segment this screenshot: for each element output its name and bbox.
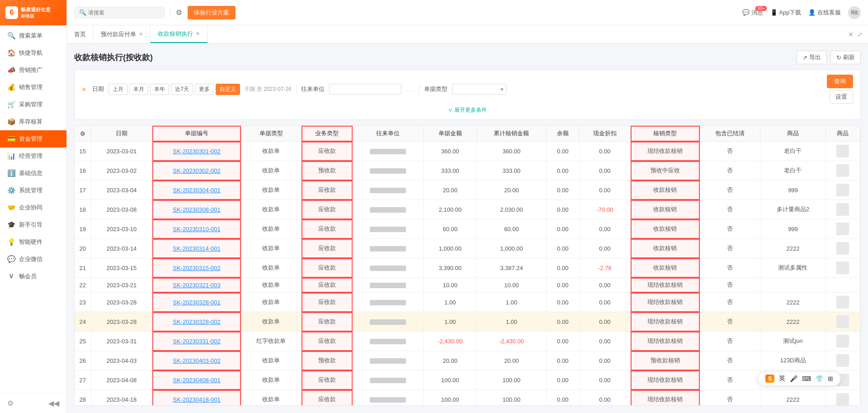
cell-biz-type: 应收款 (302, 142, 353, 161)
cell-cash-discount: 0.00 (579, 332, 630, 351)
doc-no-link[interactable]: SK-20230302-002 (173, 167, 221, 174)
doc-no-link[interactable]: SK-20230304-001 (173, 187, 221, 194)
cell-doc-type: 收款单 (241, 239, 301, 258)
sidebar-item-hardware[interactable]: 💡 智能硬件 (0, 233, 66, 251)
float-bar-mic[interactable]: 🎤 (790, 375, 797, 382)
sidebar-item-operation[interactable]: 📊 经营管理 (0, 147, 66, 165)
filter-last7days[interactable]: 近7天 (171, 84, 193, 95)
collapse-icon[interactable]: ◀◀ (48, 399, 59, 408)
filter-partner-input[interactable] (329, 84, 401, 95)
tab-receipts[interactable]: 收款核销执行 ✕ (151, 25, 208, 43)
doc-no-link[interactable]: SK-20230315-002 (173, 265, 221, 271)
cell-amount: 100.00 (424, 370, 477, 390)
sidebar-item-member[interactable]: V 畅会员 (0, 268, 66, 285)
cell-doc-type: 收款单 (241, 390, 301, 406)
cell-goods: 老白干 (760, 161, 826, 180)
cell-amount: 1,000.00 (424, 239, 477, 258)
filter-divider2 (419, 85, 420, 94)
sidebar-item-basic[interactable]: ℹ️ 基础信息 (0, 165, 66, 182)
table-row: 15 2023-03-01 SK-20230301-002 收款单 应收款 36… (75, 142, 860, 161)
tab-expand-icon[interactable]: ⤢ (857, 31, 863, 38)
filter-this-year[interactable]: 本年 (150, 84, 169, 95)
refresh-button[interactable]: ↻ 刷新 (830, 51, 861, 64)
doc-no-link[interactable]: SK-20230418-001 (173, 396, 221, 403)
doc-no-link[interactable]: SK-20230310-001 (173, 226, 221, 233)
float-bar-shirt[interactable]: 👕 (816, 375, 823, 382)
cell-amount: 360.00 (424, 142, 477, 161)
filter-custom[interactable]: 自定义 (216, 84, 240, 95)
tab-home[interactable]: 首页 (67, 25, 94, 43)
cell-biz-type: 预收款 (302, 161, 353, 180)
tab-receipts-close[interactable]: ✕ (196, 31, 200, 37)
sidebar-item-corp[interactable]: 🤝 企业协同 (0, 199, 66, 216)
settings-icon[interactable]: ⚙ (7, 399, 14, 408)
cell-accum-verif: 2,030.00 (477, 200, 547, 219)
doc-no-link[interactable]: SK-20230321-003 (173, 282, 221, 289)
filter-expand-toggle[interactable]: » (82, 85, 86, 93)
cell-accum-verif: 20.00 (477, 180, 547, 200)
filter-date-range: 不限 至 2023-07-26 (245, 85, 292, 93)
doc-no-link[interactable]: SK-20230328-001 (173, 299, 221, 306)
guide-icon: 🎓 (7, 221, 15, 229)
topbar-search-input[interactable] (88, 9, 160, 16)
doc-no-link[interactable]: SK-20230403-002 (173, 357, 221, 364)
sidebar-item-guide[interactable]: 🎓 新手引导 (0, 216, 66, 233)
doc-no-link[interactable]: SK-20230314-001 (173, 245, 221, 252)
cell-partner (353, 219, 424, 239)
solution-button[interactable]: 体验行业方案 (188, 6, 236, 19)
online-service[interactable]: 👤 在线客服 (808, 9, 841, 17)
tab-prepay[interactable]: 预付款应付单 ✕ (94, 25, 151, 43)
filter-more[interactable]: 更多 (195, 84, 214, 95)
col-gear[interactable]: ⚙ (75, 126, 91, 142)
tab-receipts-label: 收款核销执行 (158, 30, 193, 38)
topbar-gear-icon[interactable]: ⚙ (176, 8, 182, 17)
message-badge[interactable]: 💬 99+ 消息 (742, 9, 763, 17)
sidebar-item-finance[interactable]: 💳 资金管理 (0, 130, 66, 147)
tab-prepay-close[interactable]: ✕ (139, 31, 143, 37)
sidebar-item-purchase[interactable]: 🛒 采购管理 (0, 96, 66, 113)
table-container[interactable]: ⚙ 日期 单据编号 单据类型 业务类型 往来单位 单据金额 累计核销金额 余额 … (75, 126, 860, 405)
cell-verif-type: 现结收款核销 (631, 293, 700, 312)
cell-no: 27 (75, 370, 91, 390)
cell-partner (353, 370, 424, 390)
filter-this-month[interactable]: 本月 (129, 84, 148, 95)
float-bar-keyboard[interactable]: ⌨ (802, 375, 811, 382)
topbar-search-wrap: 🔍 (74, 7, 165, 18)
sidebar-item-sales[interactable]: 💰 销售管理 (0, 79, 66, 96)
filter-doctype-select[interactable] (452, 84, 506, 95)
sidebar-item-shortcut[interactable]: 🏠 快捷导航 (0, 44, 66, 62)
cell-verif-type: 现结收款核销 (631, 278, 700, 293)
doc-no-link[interactable]: SK-20230301-002 (173, 148, 221, 155)
sidebar-item-search[interactable]: 🔍 搜索菜单 (0, 27, 66, 44)
doc-no-link[interactable]: SK-20230308-001 (173, 206, 221, 213)
sidebar-item-inventory[interactable]: 📦 库存核算 (0, 113, 66, 130)
query-button[interactable]: 查询 (827, 75, 853, 88)
filter-last-month[interactable]: 上月 (108, 84, 127, 95)
float-bar-label[interactable]: 英 (779, 375, 785, 383)
cell-doc-no: SK-20230331-002 (152, 332, 241, 351)
topbar: 🔍 ⚙ 体验行业方案 💬 99+ 消息 📱 App下载 👤 在线客服 Rit (67, 0, 868, 25)
tab-prepay-label: 预付款应付单 (101, 30, 136, 38)
doc-no-link[interactable]: SK-20230328-002 (173, 318, 221, 325)
settings-filter-button[interactable]: 设置 (830, 90, 853, 104)
cell-cash-discount: 0.00 (579, 161, 630, 180)
sidebar-item-wechat[interactable]: 💬 企业微信 (0, 251, 66, 268)
cell-cash-discount: 0.00 (579, 278, 630, 293)
expand-more[interactable]: ∨ 展开更多条件 (82, 104, 853, 115)
float-bar-grid[interactable]: ⊞ (828, 375, 833, 382)
tab-close-all-icon[interactable]: ✕ (848, 31, 854, 38)
cell-biz-type: 应收款 (302, 180, 353, 200)
doc-no-link[interactable]: SK-20230331-002 (173, 338, 221, 345)
filter-divider1 (296, 85, 297, 94)
export-button[interactable]: ↗ 导出 (797, 51, 827, 64)
cell-doc-no: SK-20230321-003 (152, 278, 241, 293)
doc-no-link[interactable]: SK-20230408-001 (173, 377, 221, 384)
sidebar-item-system[interactable]: ⚙️ 系统管理 (0, 182, 66, 199)
user-avatar[interactable]: Rit (848, 6, 861, 19)
finance-icon: 💳 (7, 135, 15, 143)
cell-amount: 3,390.00 (424, 258, 477, 278)
cell-doc-type: 收款单 (241, 312, 301, 332)
cell-balance: 0.00 (546, 258, 579, 278)
app-download[interactable]: 📱 App下载 (770, 9, 801, 17)
sidebar-item-marketing[interactable]: 📣 营销推广 (0, 62, 66, 79)
